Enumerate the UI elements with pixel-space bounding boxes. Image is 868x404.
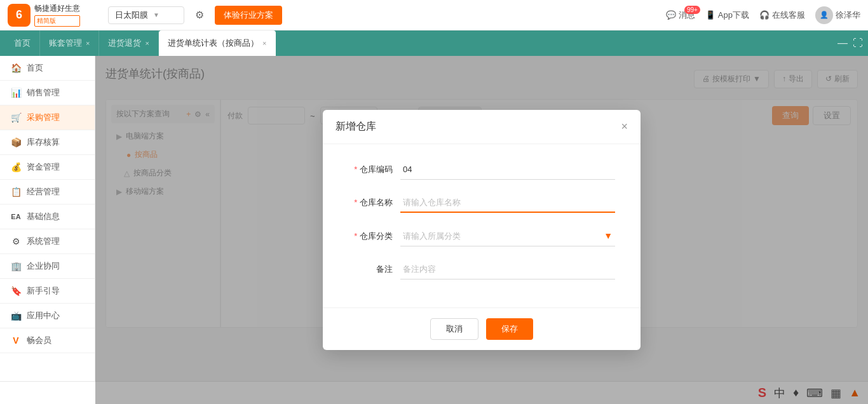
user-item[interactable]: 👤 徐泽华 — [815, 6, 860, 24]
system-icon: ⚙ — [10, 236, 22, 247]
modal-body: 仓库编码 仓库名称 仓库分类 请输入所属分类 — [323, 144, 641, 307]
tab-maximize-icon[interactable]: ⛶ — [853, 37, 863, 49]
tab-home[interactable]: 首页 — [5, 30, 40, 56]
sidebar-finance-label: 资金管理 — [27, 161, 60, 173]
name-label: 仓库名称 — [348, 197, 393, 208]
sidebar-item-system[interactable]: ⚙ 系统管理 — [0, 229, 95, 254]
tab-purchase-return[interactable]: 进货退货 × — [99, 30, 158, 56]
finance-icon: 💰 — [10, 161, 22, 173]
sidebar-operations-label: 经营管理 — [27, 186, 60, 198]
sidebar-system-label: 系统管理 — [27, 236, 60, 247]
app-download-label: App下载 — [718, 10, 749, 21]
content-area: 进货单统计(按商品) 🖨 按模板打印 ▼ ↑ 导出 ↺ 刷新 — [95, 56, 868, 404]
operations-icon: 📋 — [10, 186, 22, 198]
headset-icon: 🎧 — [759, 10, 770, 20]
notification-icon: 💬 — [666, 10, 676, 20]
sidebar-sales-label: 销售管理 — [27, 87, 60, 98]
vip-icon: V — [10, 335, 22, 346]
sidebar-guide-label: 新手引导 — [27, 285, 60, 297]
home-icon: 🏠 — [10, 62, 22, 74]
code-input[interactable] — [400, 159, 615, 180]
form-row-note: 备注 — [348, 259, 615, 279]
app-badge: 精简版 — [34, 15, 80, 27]
sidebar-home-label: 首页 — [27, 62, 43, 74]
app-center-icon: 📺 — [10, 310, 22, 321]
tab-purchase-stats[interactable]: 进货单统计表（按商品） × — [159, 30, 276, 56]
tab-accounts-label: 账套管理 — [49, 37, 82, 49]
basic-info-icon: EA — [10, 211, 22, 222]
online-service-item[interactable]: 🎧 在线客服 — [759, 10, 805, 21]
enterprise-icon: 🏢 — [10, 260, 22, 272]
sidebar-vip-label: 畅会员 — [27, 335, 51, 346]
tab-accounts-close[interactable]: × — [86, 39, 90, 47]
brand-name: 畅捷通好生意 — [34, 3, 80, 14]
sidebar-item-operations[interactable]: 📋 经营管理 — [0, 180, 95, 205]
category-select[interactable]: 请输入所属分类 — [400, 226, 615, 246]
form-row-name: 仓库名称 — [348, 192, 615, 213]
category-select-wrapper: 请输入所属分类 ▼ — [400, 226, 615, 246]
tab-purchase-return-label: 进货退货 — [108, 37, 141, 49]
note-label: 备注 — [348, 264, 393, 275]
main-layout: 🏠 首页 📊 销售管理 🛒 采购管理 📦 库存核算 💰 资金管理 📋 经营管理 … — [0, 56, 868, 404]
form-row-code: 仓库编码 — [348, 159, 615, 180]
sidebar-purchase-label: 采购管理 — [27, 112, 60, 123]
top-header: 6 畅捷通好生意 精简版 日太阳膜 ▼ ⚙ 体验行业方案 💬 消息 99+ 📱 … — [0, 0, 868, 30]
store-dropdown-arrow: ▼ — [153, 11, 159, 18]
modal-overlay: 新增仓库 × 仓库编码 仓库名称 仓库分类 — [95, 56, 868, 404]
inventory-icon: 📦 — [10, 137, 22, 148]
sidebar-enterprise-label: 企业协同 — [27, 260, 60, 272]
tab-bar: 首页 账套管理 × 进货退货 × 进货单统计表（按商品） × — ⛶ — [0, 30, 868, 56]
try-industry-button[interactable]: 体验行业方案 — [215, 6, 282, 25]
app-download-item[interactable]: 📱 App下载 — [705, 10, 749, 21]
sidebar-item-home[interactable]: 🏠 首页 — [0, 56, 95, 81]
tab-purchase-stats-label: 进货单统计表（按商品） — [168, 37, 259, 49]
guide-icon: 🔖 — [10, 285, 22, 297]
store-name: 日太阳膜 — [115, 10, 148, 21]
modal-close-button[interactable]: × — [621, 120, 628, 133]
user-name: 徐泽华 — [836, 10, 860, 21]
sidebar: 🏠 首页 📊 销售管理 🛒 采购管理 📦 库存核算 💰 资金管理 📋 经营管理 … — [0, 56, 95, 404]
online-service-label: 在线客服 — [772, 10, 805, 21]
sidebar-item-finance[interactable]: 💰 资金管理 — [0, 155, 95, 180]
sidebar-inventory-label: 库存核算 — [27, 137, 60, 148]
store-selector[interactable]: 日太阳膜 ▼ — [108, 6, 184, 24]
tab-minimize-icon[interactable]: — — [837, 37, 848, 49]
new-warehouse-modal: 新增仓库 × 仓库编码 仓库名称 仓库分类 — [323, 110, 641, 350]
purchase-icon: 🛒 — [10, 112, 22, 123]
note-input[interactable] — [400, 259, 615, 279]
logo-area: 6 畅捷通好生意 精简版 — [8, 3, 103, 27]
tab-purchase-stats-close[interactable]: × — [262, 39, 266, 47]
sidebar-item-sales[interactable]: 📊 销售管理 — [0, 81, 95, 105]
notification-badge: 99+ — [684, 6, 700, 14]
modal-title: 新增仓库 — [336, 120, 376, 133]
tab-purchase-return-close[interactable]: × — [145, 39, 149, 47]
sidebar-app-center-label: 应用中心 — [27, 310, 60, 321]
sales-icon: 📊 — [10, 87, 22, 98]
sidebar-item-vip[interactable]: V 畅会员 — [0, 328, 95, 353]
header-right: 💬 消息 99+ 📱 App下载 🎧 在线客服 👤 徐泽华 — [666, 6, 860, 24]
modal-footer: 取消 保存 — [323, 307, 641, 350]
user-avatar: 👤 — [815, 6, 833, 24]
sidebar-item-inventory[interactable]: 📦 库存核算 — [0, 130, 95, 155]
name-input[interactable] — [400, 192, 615, 213]
code-label: 仓库编码 — [348, 164, 393, 175]
save-button[interactable]: 保存 — [486, 318, 533, 340]
sidebar-item-guide[interactable]: 🔖 新手引导 — [0, 279, 95, 304]
tab-home-label: 首页 — [14, 37, 31, 49]
modal-header: 新增仓库 × — [323, 110, 641, 144]
app-download-icon: 📱 — [705, 10, 715, 20]
cancel-button[interactable]: 取消 — [430, 318, 478, 340]
category-label: 仓库分类 — [348, 231, 393, 242]
sidebar-item-purchase[interactable]: 🛒 采购管理 — [0, 105, 95, 130]
form-row-category: 仓库分类 请输入所属分类 ▼ — [348, 226, 615, 246]
tab-bar-actions: — ⛶ — [837, 37, 863, 49]
sidebar-item-enterprise[interactable]: 🏢 企业协同 — [0, 254, 95, 279]
settings-icon[interactable]: ⚙ — [189, 5, 210, 25]
notification-item[interactable]: 💬 消息 99+ — [666, 10, 695, 21]
app-logo-icon: 6 — [8, 4, 31, 27]
sidebar-item-app-center[interactable]: 📺 应用中心 — [0, 304, 95, 328]
sidebar-basic-info-label: 基础信息 — [27, 211, 60, 222]
sidebar-item-basic-info[interactable]: EA 基础信息 — [0, 205, 95, 229]
tab-accounts[interactable]: 账套管理 × — [40, 30, 99, 56]
